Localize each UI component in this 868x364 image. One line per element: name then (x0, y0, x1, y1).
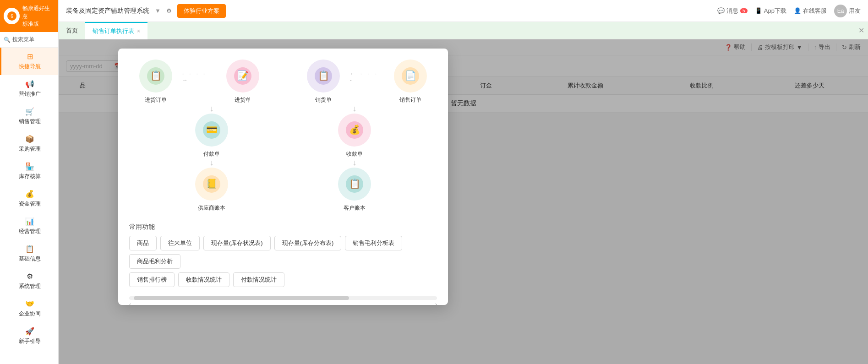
flow-circle-purchase-bill: 📝 (226, 60, 259, 92)
sidebar-search[interactable]: 🔍 搜索菜单 (0, 32, 58, 48)
svg-text:💰: 💰 (349, 124, 360, 135)
experience-button[interactable]: 体验行业方案 (177, 4, 226, 18)
func-btn-receipt-stats[interactable]: 收款情况统计 (178, 272, 229, 287)
flow-item-customer-ledger: 📋 客户账本 (327, 168, 382, 212)
sidebar-item-basic-info[interactable]: 📋 基础信息 (0, 240, 58, 267)
flow-label-receipt-bill: 收款单 (346, 150, 363, 158)
svg-text:📋: 📋 (317, 70, 329, 81)
user-menu[interactable]: Ea 用友 (834, 5, 861, 17)
top-bar-actions: 💬 消息 5 📱 App下载 👤 在线客服 Ea 用友 (717, 5, 861, 17)
tabs-bar: 首页 销售订单执行表 × ✕ (59, 22, 868, 39)
scroll-track (129, 296, 437, 300)
flow-circle-sales-bill: 📋 (307, 60, 340, 92)
arrow-purchase-to-bill: - - - - → (182, 71, 217, 93)
gear-button[interactable]: ⚙ (166, 7, 172, 14)
sidebar-item-guide[interactable]: 🚀 新手引导 (0, 322, 58, 350)
arrow-down-receipt: ↓ (327, 158, 382, 168)
flow-label-customer-ledger: 客户账本 (344, 204, 366, 212)
flow-label-sales-bill: 销货单 (315, 96, 332, 104)
flow-item-sales-order: 📄 销售订单 (384, 60, 437, 104)
func-btn-sales-gross-analysis[interactable]: 销售毛利分析表 (345, 236, 402, 250)
func-btn-inventory-dist[interactable]: 现存量(库存分布表) (274, 236, 342, 250)
tab-home[interactable]: 首页 (59, 22, 85, 39)
flow-item-supplier-ledger: 📒 供应商账本 (184, 168, 239, 212)
svg-text:📋: 📋 (150, 70, 161, 81)
tab-close-button[interactable]: × (137, 28, 140, 34)
tab-sales-order-exec[interactable]: 销售订单执行表 × (85, 22, 147, 39)
basic-info-icon: 📋 (25, 244, 34, 253)
sidebar-item-system[interactable]: ⚙ 系统管理 (0, 267, 58, 295)
modal-scroll[interactable]: ‹ › (129, 294, 437, 305)
func-btn-customers[interactable]: 往来单位 (160, 236, 200, 250)
func-btn-product[interactable]: 商品 (129, 236, 157, 250)
sidebar-item-operations[interactable]: 📊 经营管理 (0, 212, 58, 240)
message-icon: 💬 (717, 7, 725, 14)
modal-overlay: 📋 进货订单 - - - - → (59, 39, 868, 364)
flow-label-supplier-ledger: 供应商账本 (198, 204, 225, 212)
flow-circle-receipt-bill: 💰 (338, 114, 371, 147)
sidebar-item-quick-nav[interactable]: ⊞ 快捷导航 (0, 48, 58, 75)
scroll-right-arrow[interactable]: › (435, 301, 437, 305)
svg-text:📋: 📋 (349, 178, 360, 189)
func-btn-sales-ranking[interactable]: 销售排行榜 (129, 272, 175, 287)
quick-nav-icon: ⊞ (27, 52, 33, 61)
sidebar-item-purchase[interactable]: 📦 采购管理 (0, 130, 58, 158)
close-all-tabs-button[interactable]: ✕ (858, 26, 864, 35)
flow-circle-supplier-ledger: 📒 (195, 168, 228, 201)
flow-circle-customer-ledger: 📋 (338, 168, 371, 201)
sidebar-item-inventory[interactable]: 🏪 库存核算 (0, 158, 58, 185)
system-icon: ⚙ (27, 272, 33, 281)
function-buttons-row-2: 销售排行榜 收款情况统计 付款情况统计 (129, 272, 437, 287)
logo-icon: 6 (4, 8, 20, 24)
logo-text: 畅康通好生意 标准版 (22, 5, 55, 27)
flow-item-sales-bill: 📋 销货单 (297, 60, 350, 104)
flow-item-purchase-order: 📋 进货订单 (129, 60, 182, 104)
sidebar: 6 畅康通好生意 标准版 🔍 搜索菜单 ⊞ 快捷导航 📢 营销推广 🛒 (0, 0, 59, 364)
inventory-icon: 🏪 (25, 162, 34, 171)
flow-circle-purchase-order: 📋 (139, 60, 172, 92)
func-btn-payment-stats[interactable]: 付款情况统计 (233, 272, 284, 287)
download-icon: 📱 (755, 7, 762, 14)
marketing-icon: 📢 (25, 80, 34, 88)
svg-text:📄: 📄 (405, 70, 416, 81)
svg-text:6: 6 (11, 14, 13, 19)
svg-text:💳: 💳 (206, 124, 218, 135)
scroll-thumb (134, 296, 349, 300)
finance-icon: 💰 (25, 190, 34, 198)
common-functions-section: 常用功能 商品 往来单位 现存量(库存状况表) 现存量(库存分布表) 销售毛利分… (129, 219, 437, 287)
arrow-down-sales: ↓ (327, 104, 382, 114)
avatar: Ea (834, 5, 847, 17)
flow-circle-payment-bill: 💳 (195, 114, 228, 147)
system-dropdown-arrow[interactable]: ▼ (155, 7, 161, 14)
arrow-sales-order-to-bill: ← - - - - (350, 71, 384, 93)
message-button[interactable]: 💬 消息 5 (717, 7, 748, 15)
purchase-icon: 📦 (25, 135, 34, 143)
func-btn-product-gross-analysis[interactable]: 商品毛利分析 (129, 254, 180, 269)
flow-circle-sales-order: 📄 (394, 60, 427, 92)
svg-text:📝: 📝 (237, 70, 249, 81)
flow-label-sales-order: 销售订单 (399, 96, 421, 104)
page-area: ❓ 帮助 🖨 按模板打印 ▼ ↑ 导出 ↻ 刷新 (59, 39, 868, 364)
main-content: 装备及固定资产辅助管理系统 ▼ ⚙ 体验行业方案 💬 消息 5 📱 App下载 … (59, 0, 868, 364)
sidebar-item-sales[interactable]: 🛒 销售管理 (0, 103, 58, 130)
message-badge: 5 (740, 8, 748, 13)
sidebar-item-enterprise[interactable]: 🤝 企业协同 (0, 295, 58, 322)
logo-area: 6 畅康通好生意 标准版 (0, 0, 58, 32)
top-bar: 装备及固定资产辅助管理系统 ▼ ⚙ 体验行业方案 💬 消息 5 📱 App下载 … (59, 0, 868, 22)
flow-label-payment-bill: 付款单 (203, 150, 220, 158)
function-buttons-row-1: 商品 往来单位 现存量(库存状况表) 现存量(库存分布表) 销售毛利分析表 商品… (129, 236, 437, 269)
arrow-down-purchase: ↓ (184, 104, 239, 114)
common-functions-title: 常用功能 (129, 223, 437, 231)
enterprise-icon: 🤝 (25, 299, 34, 308)
flow-item-receipt-bill: 💰 收款单 (327, 114, 382, 158)
flow-label-purchase-bill: 进货单 (235, 96, 251, 104)
operations-icon: 📊 (25, 217, 34, 226)
flow-item-payment-bill: 💳 付款单 (184, 114, 239, 158)
func-btn-inventory-status[interactable]: 现存量(库存状况表) (203, 236, 271, 250)
sidebar-item-marketing[interactable]: 📢 营销推广 (0, 75, 58, 103)
arrow-down-payment: ↓ (184, 158, 239, 168)
online-service-button[interactable]: 👤 在线客服 (794, 7, 827, 15)
scroll-left-arrow[interactable]: ‹ (129, 301, 131, 305)
sidebar-item-finance[interactable]: 💰 资金管理 (0, 185, 58, 212)
app-download-button[interactable]: 📱 App下载 (755, 7, 786, 15)
